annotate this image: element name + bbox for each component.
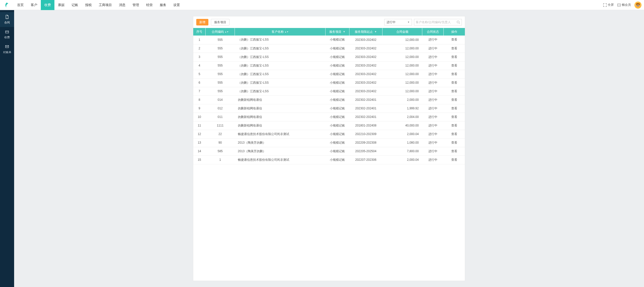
cell-service: 小规模记账 — [325, 113, 349, 121]
view-link[interactable]: 查看 — [451, 115, 457, 119]
topnav-item[interactable]: 经营 — [143, 0, 156, 10]
col-customer-header[interactable]: 客户名称▲▼ — [235, 28, 325, 36]
cell-seq: 2 — [193, 44, 206, 53]
mail-icon — [5, 44, 9, 49]
cell-seq: 12 — [193, 130, 206, 138]
cell-action: 查看 — [443, 155, 465, 164]
cell-service: 小规模记账 — [325, 138, 349, 147]
view-link[interactable]: 查看 — [451, 64, 457, 67]
topnav-item[interactable]: 消息 — [115, 0, 129, 10]
cell-customer: 勿删新锐网络通信 — [235, 121, 325, 130]
cell-period: 202302-202401 — [349, 95, 382, 104]
member-button[interactable]: 畅会员 — [617, 3, 631, 7]
cell-status: 进行中 — [422, 61, 444, 70]
sidebar-item[interactable]: 对账单 — [0, 42, 14, 57]
fullscreen-button[interactable]: 全屏 — [603, 3, 614, 7]
topnav-item[interactable]: 报税 — [82, 0, 95, 10]
view-link[interactable]: 查看 — [451, 47, 457, 50]
cell-status: 进行中 — [422, 130, 444, 138]
cell-action: 查看 — [443, 53, 465, 61]
topnav-item[interactable]: 记账 — [68, 0, 82, 10]
sidebar-item-label: 对账单 — [3, 50, 11, 54]
view-link[interactable]: 查看 — [451, 38, 457, 41]
topnav-item[interactable]: 管理 — [129, 0, 143, 10]
sidebar-item[interactable]: 合同 — [0, 12, 14, 27]
cell-seq: 1 — [193, 36, 206, 44]
view-link[interactable]: 查看 — [451, 132, 457, 136]
cell-amount: 12,000.00 — [382, 44, 422, 53]
search-input[interactable] — [416, 20, 457, 24]
sidebar-item-label: 收费 — [4, 36, 10, 39]
view-link[interactable]: 查看 — [451, 89, 457, 93]
cell-customer: （勿删）江西服宝-LSS — [235, 78, 325, 87]
cell-status: 进行中 — [422, 113, 444, 121]
topnav-item[interactable]: 设置 — [170, 0, 183, 10]
topnav-item[interactable]: 票据 — [54, 0, 68, 10]
topnav-item[interactable]: 客户 — [27, 0, 41, 10]
chevron-down-icon: ▼ — [343, 30, 345, 33]
cell-seq: 7 — [193, 87, 206, 95]
topnav-item[interactable]: 首页 — [14, 0, 27, 10]
cell-action: 查看 — [443, 70, 465, 78]
service-items-button[interactable]: 服务项目 — [211, 19, 230, 25]
cell-period: 202303-202402 — [349, 87, 382, 95]
cell-service: 小规模记账 — [325, 155, 349, 164]
cell-customer: 勿删新锐网络通信 — [235, 113, 325, 121]
content-area: 新增 服务项目 进行中 ▼ — [14, 10, 644, 287]
cell-action: 查看 — [443, 95, 465, 104]
table-row: 1555（勿删）江西服宝-LSS小规模记账202303-20240212,000… — [193, 36, 465, 44]
cell-customer: （勿删）江西服宝-LSS — [235, 53, 325, 61]
cell-action: 查看 — [443, 138, 465, 147]
cell-status: 进行中 — [422, 147, 444, 155]
sidebar-item[interactable]: 收费 — [0, 27, 14, 42]
col-status-header[interactable]: 合同状态 — [422, 28, 444, 36]
col-service-header[interactable]: 服务项目▼ — [325, 28, 349, 36]
sidebar: 合同收费对账单 — [0, 10, 14, 287]
fullscreen-icon — [603, 3, 607, 7]
cell-status: 进行中 — [422, 44, 444, 53]
cell-service: 小规模记账 — [325, 87, 349, 95]
col-seq-header[interactable]: 序号 — [193, 28, 206, 36]
view-link[interactable]: 查看 — [451, 72, 457, 76]
view-link[interactable]: 查看 — [451, 98, 457, 102]
cell-service: 小规模记账 — [325, 44, 349, 53]
app-logo — [3, 1, 11, 9]
cell-period: 202207-202306 — [349, 155, 382, 164]
view-link[interactable]: 查看 — [451, 158, 457, 162]
cell-action: 查看 — [443, 44, 465, 53]
col-period-header[interactable]: 服务期限起止▼ — [349, 28, 382, 36]
view-link[interactable]: 查看 — [451, 55, 457, 59]
cell-customer: （勿删）江西服宝-LSS — [235, 61, 325, 70]
cell-seq: 13 — [193, 138, 206, 147]
contracts-panel: 新增 服务项目 进行中 ▼ — [193, 16, 465, 281]
view-link[interactable]: 查看 — [451, 149, 457, 153]
topnav-item[interactable]: 收费 — [41, 0, 54, 10]
topnav-item[interactable]: 服务 — [156, 0, 170, 10]
cell-service: 小规模记账 — [325, 36, 349, 44]
cell-service: 小规模记账 — [325, 95, 349, 104]
svg-point-3 — [457, 21, 459, 23]
view-link[interactable]: 查看 — [451, 81, 457, 84]
table-row: 111111勿删新锐网络通信小规模记账201801-20240840,000.0… — [193, 121, 465, 130]
cell-period: 201801-202408 — [349, 121, 382, 130]
view-link[interactable]: 查看 — [451, 141, 457, 144]
cell-amount: 12,000.00 — [382, 78, 422, 87]
add-button[interactable]: 新增 — [196, 19, 208, 25]
cell-status: 进行中 — [422, 78, 444, 87]
topnav-item[interactable]: 工商项目 — [95, 0, 115, 10]
user-avatar[interactable]: 🐯 — [634, 2, 641, 9]
cell-period: 202303-202402 — [349, 78, 382, 87]
cell-status: 进行中 — [422, 104, 444, 113]
status-select[interactable]: 进行中 ▼ — [384, 19, 412, 25]
table-row: 7555（勿删）江西服宝-LSS小规模记账202303-20240212,000… — [193, 87, 465, 95]
col-amount-header[interactable]: 合同金额 — [382, 28, 422, 36]
cell-service: 小规模记账 — [325, 121, 349, 130]
cell-amount: 7,800.00 — [382, 147, 422, 155]
cell-code: 555 — [206, 61, 235, 70]
search-icon[interactable] — [457, 20, 460, 24]
view-link[interactable]: 查看 — [451, 124, 457, 127]
view-link[interactable]: 查看 — [451, 107, 457, 110]
col-code-header[interactable]: 合同编码▲▼ — [206, 28, 235, 36]
member-label: 畅会员 — [622, 3, 631, 7]
cell-period: 202302-202401 — [349, 104, 382, 113]
